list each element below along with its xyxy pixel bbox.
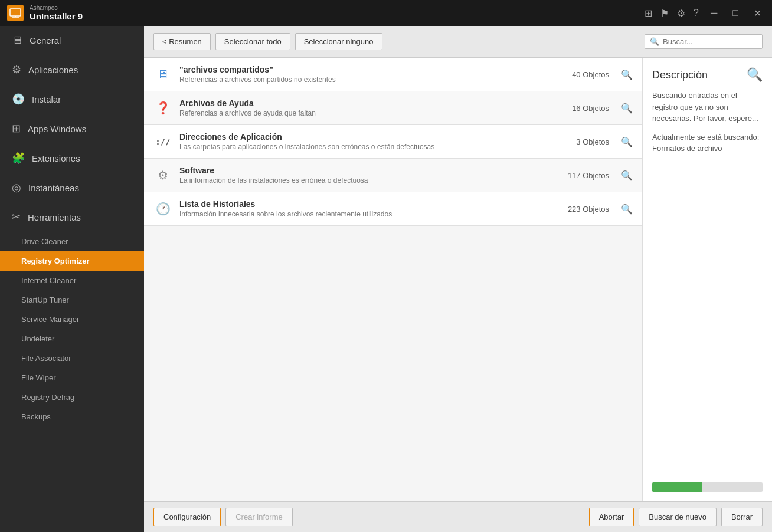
sidebar-subitem-file-associator[interactable]: File Associator [0,349,144,368]
sidebar-item-extensiones[interactable]: 🧩 Extensiones [0,143,144,173]
sidebar: 🖥 General ⚙ Aplicaciones 💿 Instalar ⊞ Ap… [0,26,144,532]
instantaneas-icon: ◎ [12,181,21,194]
search-input[interactable] [663,37,757,46]
help-files-icon: ❓ [153,98,172,117]
software-icon: ⚙ [153,166,172,185]
buscar-nuevo-button[interactable]: Buscar de nuevo [639,508,717,526]
help-files-search-btn[interactable]: 🔍 [621,103,633,114]
sidebar-item-aplicaciones[interactable]: ⚙ Aplicaciones [0,55,144,84]
titlebar-text: Ashampoo UnInstaller 9 [30,5,83,21]
main-layout: 🖥 General ⚙ Aplicaciones 💿 Instalar ⊞ Ap… [0,26,772,532]
desc-spacer [652,162,763,476]
sidebar-subitem-undeleter[interactable]: Undeleter [0,329,144,349]
flag-icon[interactable]: ⚑ [660,8,669,19]
sidebar-subitem-drive-cleaner[interactable]: Drive Cleaner [0,232,144,251]
extensiones-icon: 🧩 [12,152,25,165]
desc-header: Descripción 🔍 [652,67,763,83]
shared-files-icon: 🖥 [153,65,172,84]
borrar-button[interactable]: Borrar [721,508,763,526]
help-files-info: Archivos de Ayuda Referencias a archivos… [179,98,565,117]
app-paths-search-btn[interactable]: 🔍 [621,136,633,147]
close-button[interactable]: ✕ [750,6,765,20]
sidebar-item-instantaneas[interactable]: ◎ Instantáneas [0,173,144,202]
instalar-icon: 💿 [12,93,25,106]
help-files-title: Archivos de Ayuda [179,98,565,108]
settings-icon[interactable]: ⚙ [677,8,685,19]
maximize-button[interactable]: □ [729,6,742,19]
shared-files-count: 40 Objetos [572,70,609,79]
app-logo [7,5,24,21]
sidebar-subitem-service-manager[interactable]: Service Manager [0,310,144,329]
minimize-button[interactable]: ─ [707,6,721,19]
registry-item-history-list[interactable]: 🕐 Lista de Historiales Información innec… [144,192,642,226]
software-count: 117 Objetos [568,171,609,180]
registry-item-software[interactable]: ⚙ Software La información de las instala… [144,159,642,192]
search-box: 🔍 [645,34,763,49]
registry-item-help-files[interactable]: ❓ Archivos de Ayuda Referencias a archiv… [144,91,642,125]
desc-searching-value: Formatos de archivo [652,144,722,153]
abortar-button[interactable]: Abortar [589,508,634,526]
sidebar-item-instalar[interactable]: 💿 Instalar [0,84,144,114]
registry-item-shared-files[interactable]: 🖥 "archivos compartidos" Referencias a a… [144,58,642,91]
app-paths-icon: :// [153,132,172,151]
desc-search-icon: 🔍 [747,67,763,83]
software-title: Software [179,166,561,175]
history-list-desc: Información innecesaria sobre los archiv… [179,210,561,218]
select-all-button[interactable]: Seleccionar todo [215,33,290,50]
sidebar-subitem-internet-cleaner[interactable]: Internet Cleaner [0,271,144,290]
sidebar-subitem-backups[interactable]: Backups [0,407,144,426]
split-content: 🖥 "archivos compartidos" Referencias a a… [144,58,772,501]
titlebar: Ashampoo UnInstaller 9 ⊞ ⚑ ⚙ ? ─ □ ✕ [0,0,772,26]
sidebar-label-herramientas: Herramientas [28,212,81,222]
configuracion-button[interactable]: Configuración [153,508,221,526]
product-label: UnInstaller 9 [30,11,83,21]
sidebar-item-general[interactable]: 🖥 General [0,26,144,55]
progress-bar-container [652,482,763,492]
desc-searching-label: Actualmente se está buscando: [652,133,759,142]
desc-searching: Actualmente se está buscando: Formatos d… [652,132,763,155]
sidebar-subitem-startup-tuner[interactable]: StartUp Tuner [0,290,144,310]
description-panel: Descripción 🔍 Buscando entradas en el re… [642,58,772,501]
software-search-btn[interactable]: 🔍 [621,170,633,181]
sidebar-label-extensiones: Extensiones [32,153,80,163]
content-area: < Resumen Seleccionar todo Seleccionar n… [144,26,772,532]
shared-files-info: "archivos compartidos" Referencias a arc… [179,65,565,84]
help-icon[interactable]: ? [694,8,699,18]
sidebar-label-apps-windows: Apps Windows [28,124,86,134]
shared-files-search-btn[interactable]: 🔍 [621,69,633,80]
herramientas-icon: ✂ [12,211,21,224]
ashampoo-label: Ashampoo [30,5,83,11]
sidebar-item-apps-windows[interactable]: ⊞ Apps Windows [0,114,144,143]
app-paths-info: Direcciones de Aplicación Las carpetas p… [179,132,569,151]
sidebar-subitem-file-wiper[interactable]: File Wiper [0,368,144,387]
software-info: Software La información de las instalaci… [179,166,561,185]
app-paths-title: Direcciones de Aplicación [179,132,569,142]
help-files-desc: Referencias a archivos de ayuda que falt… [179,109,565,117]
desc-title: Descripción [652,69,708,81]
history-list-count: 223 Objetos [568,205,609,214]
history-list-icon: 🕐 [153,199,172,218]
general-icon: 🖥 [12,34,22,47]
apps-windows-icon: ⊞ [12,122,21,135]
table-area: 🖥 "archivos compartidos" Referencias a a… [144,58,642,501]
shared-files-title: "archivos compartidos" [179,65,565,74]
history-list-info: Lista de Historiales Información inneces… [179,199,561,218]
sidebar-item-herramientas[interactable]: ✂ Herramientas [0,202,144,232]
desc-text: Buscando entradas en el registro que ya … [652,90,763,124]
sidebar-label-instantaneas: Instantáneas [28,183,79,193]
history-list-search-btn[interactable]: 🔍 [621,203,633,215]
back-button[interactable]: < Resumen [153,33,211,50]
aplicaciones-icon: ⚙ [12,63,21,76]
monitor-icon[interactable]: ⊞ [645,8,652,19]
sidebar-label-instalar: Instalar [32,94,61,104]
crear-informe-button[interactable]: Crear informe [225,508,292,526]
app-paths-desc: Las carpetas para aplicaciones o instala… [179,143,569,151]
app-paths-count: 3 Objetos [576,137,609,146]
progress-bar-fill [652,482,702,492]
svg-rect-0 [10,9,21,16]
sidebar-label-general: General [30,35,61,45]
select-none-button[interactable]: Seleccionar ninguno [295,33,382,50]
sidebar-subitem-registry-defrag[interactable]: Registry Defrag [0,387,144,407]
registry-item-app-paths[interactable]: :// Direcciones de Aplicación Las carpet… [144,125,642,159]
sidebar-subitem-registry-optimizer[interactable]: Registry Optimizer [0,251,144,271]
